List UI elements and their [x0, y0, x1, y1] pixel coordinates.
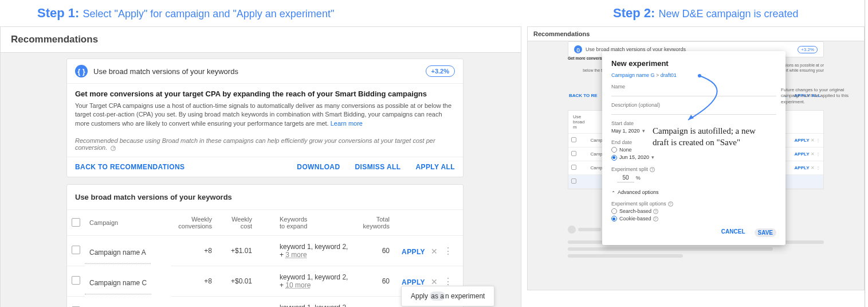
- card-head: { } Use broad match versions of your key…: [67, 59, 463, 84]
- more-keywords-link[interactable]: 10 more: [285, 281, 311, 289]
- step2-panel: Step 2: New D&E campaign is created Reco…: [527, 0, 865, 307]
- col-weekly-conv: Weekly conversions: [171, 210, 217, 236]
- cell-conv: +4: [171, 297, 217, 307]
- radio-search-based[interactable]: [611, 208, 617, 214]
- col-campaign: Campaign: [85, 210, 171, 236]
- expand-icon: { }: [75, 65, 88, 77]
- more-icon[interactable]: ⋮: [816, 165, 820, 170]
- apply-button[interactable]: APPLY: [795, 165, 810, 170]
- radio-none[interactable]: [611, 147, 617, 153]
- cell-campaign: Campaign name E: [85, 302, 151, 307]
- card-desc: Your Target CPA campaigns use a host of …: [75, 102, 455, 128]
- dismiss-icon[interactable]: ✕: [811, 138, 815, 143]
- card-headline: Get more conversions at your target CPA …: [75, 90, 455, 98]
- p2-table-title: Use broad m: [568, 111, 587, 134]
- apply-all-button[interactable]: APPLY ALL: [415, 163, 455, 171]
- help-icon[interactable]: ?: [668, 201, 673, 207]
- cell-total: 60: [359, 266, 394, 297]
- table-title: Use broad match versions of your keyword…: [67, 185, 463, 210]
- row-checkbox[interactable]: [571, 165, 576, 170]
- cell-keywords: keyword 1, keyword 2, + 10 more: [257, 266, 359, 297]
- step1-rest: Select "Apply" for campaign and "Apply a…: [83, 8, 334, 20]
- dismiss-all-button[interactable]: DISMISS ALL: [355, 163, 401, 171]
- more-keywords-link[interactable]: 3 more: [285, 251, 307, 259]
- help-icon[interactable]: ?: [111, 146, 116, 151]
- svg-point-0: [698, 74, 701, 77]
- col-weekly-cost: Weekly cost: [217, 210, 257, 236]
- step2-rest: New D&E campaign is created: [658, 8, 798, 20]
- cancel-button[interactable]: CANCEL: [721, 228, 745, 237]
- cell-total: 60: [359, 236, 394, 266]
- table-header-row: Campaign Weekly conversions Weekly cost …: [67, 210, 463, 236]
- p2-back-button[interactable]: BACK TO RECOMMENDATIONS: [569, 93, 598, 98]
- modal-title: New experiment: [611, 59, 776, 68]
- more-icon[interactable]: ⋮: [443, 246, 458, 256]
- cell-cost: +$0.01: [217, 266, 257, 297]
- start-date-picker[interactable]: May 1, 2020 ▾: [611, 128, 645, 134]
- cell-cost: +$0.04: [217, 297, 257, 307]
- label-split: Experiment split?: [611, 166, 776, 172]
- step1-title: Step 1: Select "Apply" for campaign and …: [0, 0, 521, 26]
- cell-conv: +8: [171, 236, 217, 266]
- card-body: Get more conversions at your target CPA …: [67, 84, 463, 134]
- dismiss-icon[interactable]: ✕: [811, 165, 815, 170]
- row-checkbox[interactable]: [72, 276, 80, 285]
- help-icon[interactable]: ?: [653, 216, 658, 221]
- dismiss-icon[interactable]: ✕: [425, 247, 443, 256]
- step2-prefix: Step 2:: [613, 6, 655, 20]
- select-all-checkbox[interactable]: [72, 218, 80, 227]
- recommendations-header: Recommendations: [1, 27, 521, 53]
- apply-button[interactable]: APPLY: [795, 138, 810, 143]
- dropdown-icon: ▾: [642, 128, 645, 134]
- radio-date[interactable]: [611, 155, 617, 161]
- step1-panel: Step 1: Select "Apply" for campaign and …: [0, 0, 521, 307]
- p2-badge: +3.2%: [798, 46, 818, 53]
- table-row: Campaign name A+8+$1.01keyword 1, keywor…: [67, 236, 463, 266]
- help-icon[interactable]: ?: [650, 167, 655, 172]
- col-total-kw: Total keywords: [359, 210, 394, 236]
- back-button[interactable]: BACK TO RECOMMENDATIONS: [75, 163, 184, 171]
- advanced-options-toggle[interactable]: ⌄Advanced options: [611, 189, 776, 195]
- apply-button[interactable]: APPLY: [402, 248, 425, 256]
- more-icon[interactable]: ⋮: [443, 277, 458, 286]
- uplift-badge: +3.2%: [426, 65, 455, 77]
- dropdown-icon: ▾: [651, 154, 654, 160]
- apply-button[interactable]: APPLY: [402, 278, 425, 286]
- cell-conv: +8: [171, 266, 217, 297]
- annotation-arrow: [671, 73, 740, 125]
- annotation-text: Campaign is autofilled; a new draft is c…: [653, 126, 761, 148]
- save-button[interactable]: SAVE: [755, 228, 777, 237]
- modal-tip: Future changes to your original campaign…: [781, 87, 855, 105]
- recommendations-header-2: Recommendations: [528, 27, 864, 41]
- label-split-opts: Experiment split options?: [611, 201, 776, 207]
- row-checkbox[interactable]: [571, 137, 576, 142]
- step1-prefix: Step 1:: [37, 6, 79, 20]
- col-keywords: Keywords to expand: [257, 210, 359, 236]
- more-icon[interactable]: ⋮: [816, 138, 820, 143]
- apply-button[interactable]: APPLY: [795, 151, 810, 157]
- step2-title: Step 2: New D&E campaign is created: [527, 0, 865, 26]
- card-button-row: BACK TO RECOMMENDATIONS DOWNLOAD DISMISS…: [67, 157, 463, 177]
- panel1-bg: Recommendations { } Use broad match vers…: [0, 26, 521, 307]
- row-checkbox[interactable]: [571, 151, 576, 156]
- card-title: Use broad match versions of your keyword…: [93, 67, 238, 76]
- apply-experiment-popup[interactable]: Apply as an experiment: [401, 286, 494, 306]
- card-note: Recommended because using Broad match in…: [67, 134, 463, 157]
- end-date-picker[interactable]: Jun 15, 2020 ▾: [619, 154, 654, 160]
- expand-icon: {}: [574, 45, 582, 53]
- more-icon[interactable]: ⋮: [816, 151, 820, 157]
- download-button[interactable]: DOWNLOAD: [297, 163, 340, 171]
- radio-cookie-based[interactable]: [611, 216, 617, 221]
- cell-cost: +$1.01: [217, 236, 257, 266]
- modal-actions: CANCEL SAVE: [611, 228, 776, 237]
- cell-total: 30: [359, 297, 394, 307]
- row-checkbox[interactable]: [571, 178, 576, 184]
- dismiss-icon[interactable]: ✕: [425, 277, 443, 286]
- dismiss-icon[interactable]: ✕: [811, 151, 815, 157]
- cell-campaign: Campaign name A: [85, 242, 151, 264]
- split-input[interactable]: 50: [617, 173, 634, 182]
- help-icon[interactable]: ?: [653, 209, 658, 214]
- row-checkbox[interactable]: [72, 246, 80, 254]
- learn-more-link[interactable]: Learn more: [331, 120, 363, 127]
- panel2-bg: Recommendations {}Use broad match versio…: [527, 26, 865, 290]
